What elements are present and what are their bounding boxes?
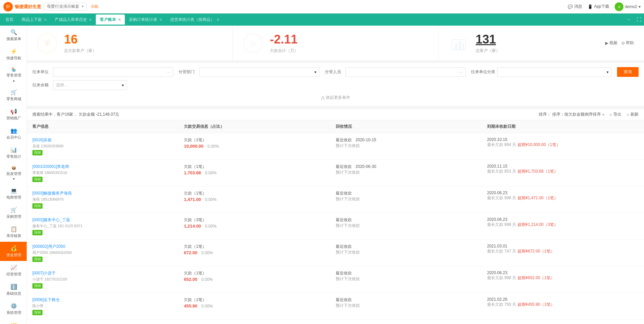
- collect-cell-2: 最近收款 2020-06-30 预计下次收款: [336, 164, 487, 175]
- person-input[interactable]: ···: [345, 67, 466, 77]
- help-button[interactable]: ⊙ 帮助: [621, 40, 634, 46]
- dept-select[interactable]: ▾: [199, 67, 319, 77]
- overdue-link-6[interactable]: 超期¥652.00（1笔）: [517, 275, 555, 280]
- filter-row-1: 往来单位 ··· 分管部门 ▾ 分管人员: [32, 67, 639, 77]
- tab-product-listing[interactable]: 商品上下架 ✕: [18, 14, 51, 25]
- tab-close-icon[interactable]: ✕: [89, 18, 92, 22]
- sidebar-item-retail-stats[interactable]: 📊 零售统计: [0, 143, 27, 163]
- tab-purchase-summary[interactable]: 采购订单统计表 ✕: [125, 14, 166, 25]
- overdue-link-7[interactable]: 超期¥455.90（1笔）: [517, 302, 555, 307]
- customer-cell-1: [0016]吴俊 吴俊 13026203696 现销: [32, 137, 184, 155]
- sidebar-item-members[interactable]: 👥 会员中心: [0, 124, 27, 143]
- tab-product-history[interactable]: 产成品入库单历史 ✕: [51, 14, 96, 25]
- collect-cell-6: 最近收款 预计下次收款: [336, 270, 487, 282]
- tab-stock-summary[interactable]: 进货单统计表（按商品） ✕: [166, 14, 223, 25]
- customer-phone-5: 用户2050 18665062050: [32, 250, 184, 255]
- customer-name-link-5[interactable]: [000002]用户2050: [32, 244, 184, 249]
- overdue-link-3[interactable]: 超期¥1,471.00（1笔）: [517, 196, 558, 200]
- export-button[interactable]: ○ 导出: [610, 112, 621, 117]
- balance-select[interactable]: 选择... ▾: [53, 80, 127, 90]
- owe-amount-5: 672.00: [184, 250, 197, 255]
- tab-bar: 首页 商品上下架 ✕ 产成品入库单历史 ✕ 客户账本 ✕ 采购订单统计表 ✕ 进…: [0, 13, 644, 26]
- sidebar-item-finance[interactable]: 💰 资金管理: [0, 242, 27, 261]
- sidebar-item-search[interactable]: 🔍 搜索菜单: [0, 26, 27, 45]
- owe-amount-7: 455.90: [184, 303, 197, 308]
- overdue-link-2[interactable]: 超期¥1,703.68（1笔）: [517, 169, 558, 174]
- sidebar-item-wholesale[interactable]: 📦 批发管理 ▼: [0, 163, 27, 184]
- table-row: [0002]服务中心_丁磊 服务中心_丁磊 181 0125 8371 现销 欠…: [27, 213, 644, 240]
- customer-name-link-3[interactable]: [0003]畅捷服务尹海燕: [32, 190, 184, 196]
- overdue-link-5[interactable]: 超期¥672.00（1笔）: [517, 249, 555, 254]
- overdue-link-4[interactable]: 超期¥1,214.00（3笔）: [517, 222, 558, 227]
- owe-percent-7: 0.00%: [201, 304, 213, 308]
- table-container: 客户信息 欠款交易信息（占比） 回收情况 到期未收款日期 [0016]吴俊 吴俊…: [27, 120, 644, 324]
- table-row: [0016]吴俊 吴俊 13026203696 现销 欠款（1笔） 10,000…: [27, 133, 644, 160]
- sort-select[interactable]: 排序： 排序：按欠款金额倒序排序 ▾: [539, 112, 604, 117]
- tab-close-icon[interactable]: ✕: [217, 18, 219, 22]
- sidebar-item-purchase[interactable]: 🛒 采购管理: [0, 203, 27, 223]
- sidebar-item-basic-info[interactable]: ℹ️ 基础信息: [0, 280, 27, 299]
- customer-name-link-2[interactable]: [0001020001]李老师: [32, 164, 184, 170]
- tab-minimize-icon[interactable]: －: [625, 16, 633, 23]
- owe-amount-4: 1,214.00: [184, 224, 201, 229]
- sidebar-item-ecommerce[interactable]: 💻 电商管理: [0, 184, 27, 203]
- logo-icon: 好: [3, 2, 13, 11]
- col-owe-info: 欠款交易信息（占比）: [184, 124, 335, 129]
- svg-text:¥: ¥: [44, 37, 50, 48]
- sidebar-item-operations[interactable]: 📈 经营管理: [0, 261, 27, 280]
- customer-name-link-4[interactable]: [0002]服务中心_丁磊: [32, 217, 184, 223]
- refresh-button[interactable]: ○ 刷新: [627, 112, 639, 117]
- customer-name-link-6[interactable]: [0007]小进干: [32, 270, 184, 276]
- sidebar-item-nav[interactable]: ⚡ 快捷导航: [0, 45, 27, 64]
- sidebar-item-marketing[interactable]: 📢 营销推广: [0, 105, 27, 124]
- customer-phone-4: 服务中心_丁磊 181 0125 8371: [32, 224, 184, 229]
- overdue-link-1[interactable]: 超期¥10,000.00（1笔）: [517, 142, 560, 147]
- col-collect: 回收情况: [336, 124, 487, 129]
- filter-area: 往来单位 ··· 分管部门 ▾ 分管人员: [27, 63, 644, 106]
- owe-cell-3: 欠款（1笔） 1,471.00 0.00%: [184, 190, 335, 202]
- app-download-button[interactable]: 📱 App下载: [588, 4, 609, 9]
- source-unit-input[interactable]: ···: [53, 67, 173, 77]
- sidebar-item-retail-mgmt[interactable]: 🏪 零售管理 ▲: [0, 64, 27, 86]
- cart-icon: 🛒: [10, 89, 17, 95]
- debt-amount: -2.11: [270, 32, 298, 47]
- due-cell-5: 2021.03.01 最长欠款 747 天 超期¥672.00（1笔）: [487, 244, 639, 254]
- sidebar-item-inventory[interactable]: 📋 库存核算: [0, 223, 27, 242]
- megaphone-icon: 📢: [10, 108, 17, 115]
- stat-debtors-info: 16 总欠款客户（家）: [64, 32, 96, 54]
- unit-class-select[interactable]: ▾: [497, 67, 612, 77]
- tab-close-active-icon[interactable]: ✕: [118, 18, 121, 22]
- customer-name-link-1[interactable]: [0016]吴俊: [32, 137, 184, 143]
- filter-unit-class: 往来单位分类 ▾: [471, 67, 612, 77]
- col-customer-info: 客户信息: [32, 124, 184, 129]
- customer-name-link-7[interactable]: [0006]去下粮仓: [32, 297, 184, 303]
- user-menu[interactable]: d demo2 ▾: [615, 2, 641, 11]
- sidebar-item-system[interactable]: ⚙️ 系统管理: [0, 299, 27, 319]
- dots-icon: ···: [459, 70, 463, 75]
- video-button[interactable]: ▶ 视频: [605, 40, 617, 46]
- tab-close-icon[interactable]: ✕: [44, 18, 47, 22]
- results-actions: 排序： 排序：按欠款金额倒序排序 ▾ ○ 导出 ○ 刷新: [539, 112, 639, 117]
- table-row: [0003]畅捷服务尹海燕 海燕 18513066976 现销 欠款（1笔） 1…: [27, 186, 644, 213]
- debtors-icon: ¥: [37, 33, 57, 53]
- query-button[interactable]: 查询: [617, 67, 639, 77]
- total-label: 总客户（家）: [476, 48, 500, 54]
- collapse-button[interactable]: ⋀ 收起更多条件: [32, 93, 639, 102]
- sidebar-item-retail-mall[interactable]: 🛒 零售商城: [0, 86, 27, 105]
- collect-cell-3: 最近收款 预计下次收款: [336, 190, 487, 202]
- table-row: [0001020001]李老师 李老师 18600391516 现销 欠款（1笔…: [27, 160, 644, 186]
- tab-home[interactable]: 首页: [1, 14, 18, 25]
- store-name[interactable]: 母婴行业演示账套 ▾: [44, 3, 87, 10]
- collect-cell-5: 最近收款 预计下次收款: [336, 244, 487, 255]
- tab-close-icon[interactable]: ✕: [159, 18, 162, 22]
- chevron-down-icon: ▾: [607, 70, 609, 75]
- tab-customer-account[interactable]: 客户账本 ✕: [96, 14, 125, 25]
- person-label: 分管人员: [325, 69, 343, 75]
- message-button[interactable]: 💬 消息: [568, 4, 582, 9]
- balance-label: 往来余额: [32, 82, 51, 88]
- sidebar-item-enterprise[interactable]: 🤝 企业协同: [0, 319, 27, 324]
- stat-card-debtors: ¥ 16 总欠款客户（家）: [27, 26, 233, 60]
- col-due-date: 到期未收款日期: [487, 124, 639, 129]
- main-layout: 🔍 搜索菜单 ⚡ 快捷导航 🏪 零售管理 ▲ 🛒 零售商城 📢 营销推广 👥 会…: [0, 26, 644, 324]
- tab-maximize-icon[interactable]: ⛶: [635, 16, 643, 23]
